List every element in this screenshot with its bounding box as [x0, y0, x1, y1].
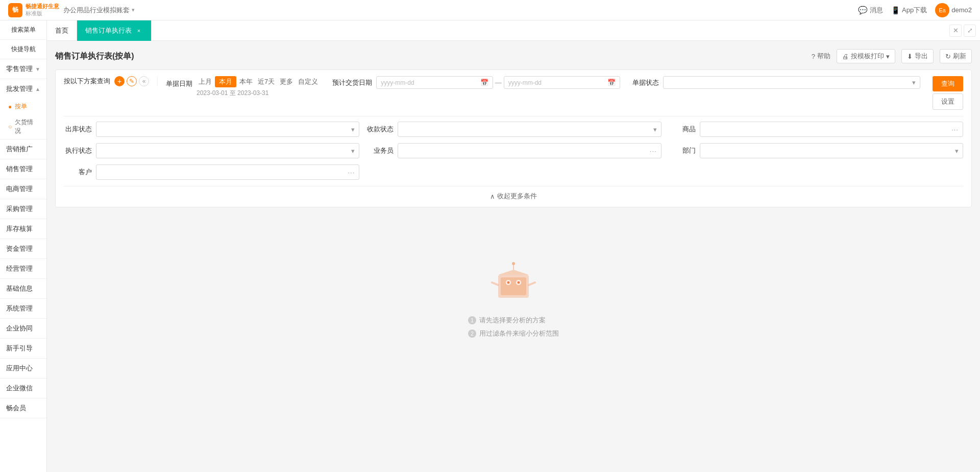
- goods-select[interactable]: ···: [700, 122, 963, 137]
- customer-label: 客户: [64, 168, 92, 177]
- nav-group-enterprise: 企业协同: [0, 319, 46, 339]
- sidebar-item-wechat[interactable]: 企业微信: [0, 379, 46, 398]
- date-last7[interactable]: 近7天: [256, 76, 277, 87]
- date-range-display: 2023-03-01 至 2023-03-31: [197, 89, 320, 98]
- content-area: 首页 销售订单执行表 × ✕ ⤢ 销售订单执行表(按单): [47, 20, 980, 472]
- help-button[interactable]: ? 帮助: [812, 52, 830, 61]
- sidebar-item-ecommerce[interactable]: 电商管理: [0, 179, 46, 199]
- nav-group-business: 经营管理: [0, 259, 46, 279]
- nav-group-wechat: 企业微信: [0, 379, 46, 398]
- sidebar-item-purchase[interactable]: 采购管理: [0, 199, 46, 219]
- filter-row-4: 客户 ···: [64, 164, 963, 180]
- nav-group-marketing: 营销推广: [0, 139, 46, 159]
- date-more[interactable]: 更多: [278, 76, 295, 87]
- left-scheme-panel: 按以下方案查询 + ✎ «: [64, 76, 158, 86]
- user-avatar-button[interactable]: Ea demo2: [935, 3, 972, 17]
- exec-status-group: 执行状态 ▾: [64, 143, 359, 158]
- dept-select[interactable]: ▾: [700, 143, 963, 158]
- sidebar-item-apps[interactable]: 应用中心: [0, 359, 46, 378]
- template-print-button[interactable]: 🖨 按模板打印 ▾: [837, 49, 895, 63]
- sidebar-item-business[interactable]: 经营管理: [0, 259, 46, 278]
- page-title: 销售订单执行表(按单): [55, 51, 134, 62]
- nav-group-inventory: 库存核算: [0, 219, 46, 239]
- date-filter-label: 单据日期: [166, 76, 192, 88]
- svg-rect-1: [501, 277, 526, 295]
- nav-group-finance: 资金管理: [0, 239, 46, 259]
- nav-group-sales: 销售管理: [0, 159, 46, 179]
- scheme-label: 按以下方案查询: [64, 77, 110, 86]
- nav-group-system: 系统管理: [0, 299, 46, 319]
- sidebar-item-wholesale[interactable]: 批发管理 ▲: [0, 79, 46, 99]
- status-label: 单据状态: [632, 78, 659, 87]
- export-button[interactable]: ⬇ 导出: [901, 49, 934, 63]
- breadcrumb[interactable]: 办公用品行业模拟账套 ▾: [63, 6, 135, 15]
- expected-date-group: 预计交货日期 yyyy-mm-dd 📅 — yyyy-mm-dd: [332, 76, 620, 89]
- settings-button[interactable]: 设置: [933, 93, 963, 110]
- sidebar-search[interactable]: 搜索菜单: [0, 20, 46, 40]
- sidebar-item-member[interactable]: 畅会员: [0, 398, 46, 418]
- refresh-button[interactable]: ↻ 刷新: [940, 49, 972, 63]
- filter-main-row: 单据日期 上月 本月 本年 近7天 更多 自定义: [166, 76, 963, 110]
- tab-home[interactable]: 首页: [47, 20, 77, 41]
- sidebar-quick-nav[interactable]: 快捷导航: [0, 40, 46, 59]
- sidebar: 搜索菜单 快捷导航 零售管理 ▼ 批发管理 ▲ ● 按单: [0, 20, 47, 472]
- tip-1-num: 1: [468, 316, 476, 324]
- status-group: 单据状态 ▾: [632, 76, 920, 89]
- sidebar-sub-by-order[interactable]: ● 按单: [0, 99, 46, 114]
- sidebar-item-retail[interactable]: 零售管理 ▼: [0, 59, 46, 79]
- query-button[interactable]: 查询: [933, 76, 963, 91]
- nav-group-wholesale: 批发管理 ▲ ● 按单 ○ 欠货情况: [0, 79, 46, 139]
- tab-expand-button[interactable]: ⤢: [964, 25, 976, 37]
- goods-group: 商品 ···: [668, 122, 963, 137]
- avatar: Ea: [935, 3, 949, 17]
- tab-bar: 首页 销售订单执行表 × ✕ ⤢: [47, 20, 980, 41]
- salesperson-select[interactable]: ···: [398, 143, 661, 158]
- empty-tip-1: 1 请先选择要分析的方案: [468, 316, 559, 325]
- expected-date-label: 预计交货日期: [332, 78, 372, 87]
- ship-status-label: 出库状态: [64, 125, 92, 134]
- sidebar-item-sales[interactable]: 销售管理: [0, 159, 46, 179]
- sidebar-item-guide[interactable]: 新手引导: [0, 339, 46, 358]
- app-download-button[interactable]: 📱 App下载: [891, 6, 927, 15]
- customer-group: 客户 ···: [64, 164, 359, 180]
- customer-select[interactable]: ···: [96, 164, 359, 180]
- date-filter-group: 单据日期 上月 本月 本年 近7天 更多 自定义: [166, 76, 320, 98]
- date-filter-options: 上月 本月 本年 近7天 更多 自定义 2023-03-01 至 2023-03…: [197, 76, 320, 98]
- tab-close-all-button[interactable]: ✕: [949, 25, 962, 37]
- date-custom[interactable]: 自定义: [296, 76, 320, 87]
- sidebar-item-system[interactable]: 系统管理: [0, 299, 46, 318]
- collapse-scheme-button[interactable]: «: [139, 76, 149, 86]
- sidebar-item-marketing[interactable]: 营销推广: [0, 139, 46, 159]
- sidebar-item-basic[interactable]: 基础信息: [0, 279, 46, 298]
- scheme-actions: + ✎ «: [114, 76, 149, 86]
- date-this-year[interactable]: 本年: [237, 76, 255, 87]
- receipt-status-select[interactable]: ▾: [398, 122, 661, 137]
- retail-arrow: ▼: [35, 66, 40, 72]
- status-select[interactable]: ▾: [663, 76, 920, 89]
- ship-status-group: 出库状态 ▾: [64, 122, 359, 137]
- collapse-button[interactable]: ∧ 收起更多条件: [64, 192, 963, 201]
- tab-close-button[interactable]: ×: [135, 27, 143, 35]
- date-last-month[interactable]: 上月: [197, 76, 214, 87]
- logo-area: 畅 畅捷通好生意 标准版: [8, 3, 59, 17]
- exec-status-select[interactable]: ▾: [96, 143, 359, 158]
- add-scheme-button[interactable]: +: [114, 76, 125, 86]
- nav-group-purchase: 采购管理: [0, 199, 46, 219]
- svg-point-7: [512, 262, 515, 265]
- sidebar-sub-backorder[interactable]: ○ 欠货情况: [0, 114, 46, 139]
- expected-date-start[interactable]: yyyy-mm-dd 📅: [376, 76, 493, 89]
- date-this-month[interactable]: 本月: [215, 76, 236, 87]
- sidebar-item-finance[interactable]: 资金管理: [0, 239, 46, 258]
- sidebar-item-inventory[interactable]: 库存核算: [0, 219, 46, 239]
- filter-row-3: 执行状态 ▾ 业务员 ···: [64, 143, 963, 158]
- sidebar-item-enterprise[interactable]: 企业协同: [0, 319, 46, 338]
- header-left: 畅 畅捷通好生意 标准版 办公用品行业模拟账套 ▾: [8, 3, 135, 17]
- svg-point-5: [518, 281, 520, 284]
- message-button[interactable]: 💬 消息: [858, 6, 883, 15]
- salesperson-label: 业务员: [365, 146, 394, 155]
- ship-status-select[interactable]: ▾: [96, 122, 359, 137]
- logo-text: 畅捷通好生意 标准版: [26, 3, 59, 16]
- expected-date-end[interactable]: yyyy-mm-dd 📅: [504, 76, 620, 89]
- tab-sales-order[interactable]: 销售订单执行表 ×: [77, 20, 152, 41]
- edit-scheme-button[interactable]: ✎: [127, 76, 137, 86]
